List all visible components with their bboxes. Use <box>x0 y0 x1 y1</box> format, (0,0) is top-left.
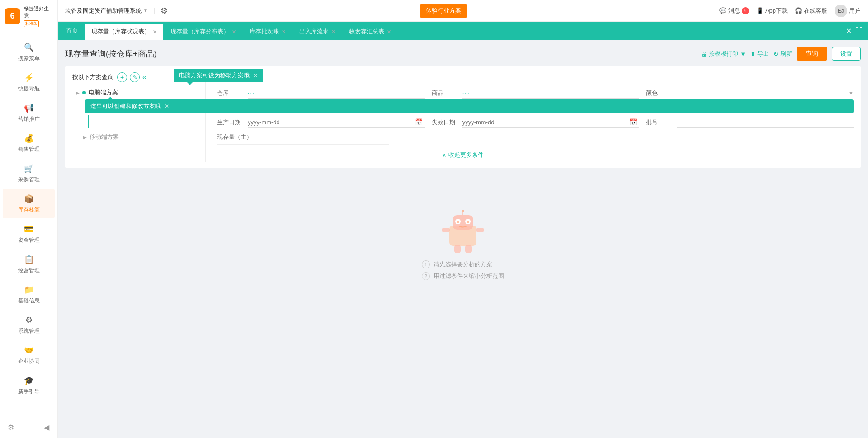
cangku-select[interactable]: ··· <box>248 88 425 99</box>
search-header-label: 按以下方案查询 <box>72 73 113 81</box>
sidebar-item-label: 资金管理 <box>18 236 40 244</box>
selector-arrow: ▼ <box>143 8 148 13</box>
online-support-btn[interactable]: 🎧 在线客服 <box>795 7 827 15</box>
filter-cangku: 仓库 ··· <box>217 88 425 99</box>
export-btn[interactable]: ⬆ 导出 <box>750 50 769 58</box>
filter-row-4: 现存量（主） — <box>217 132 389 145</box>
message-icon: 💬 <box>719 7 726 14</box>
sidebar-item-inventory[interactable]: 📦 库存核算 <box>3 189 55 218</box>
tab-home[interactable]: 首页 <box>60 22 84 40</box>
content-area: 现存量查询(按仓库+商品) 🖨 按模板打印 ▼ ⬆ 导出 ↻ 刷新 查询 设置 <box>58 40 868 438</box>
sidebar-item-label: 系统管理 <box>18 327 40 335</box>
search-header-icons: + ✎ « <box>117 72 146 82</box>
tooltip-close-2[interactable]: ✕ <box>165 103 169 109</box>
connector-line <box>88 115 89 128</box>
svg-rect-7 <box>476 228 484 232</box>
step-num-1: 1 <box>422 260 430 268</box>
shangpin-label: 商品 <box>432 89 459 97</box>
scheme-pc-label: 电脑端方案 <box>89 89 118 97</box>
collab-icon: 🤝 <box>24 345 34 356</box>
step-1-label: 请先选择要分析的方案 <box>434 260 492 268</box>
svg-rect-6 <box>442 228 450 232</box>
refresh-btn[interactable]: ↻ 刷新 <box>774 50 792 58</box>
avatar: Ea <box>835 5 847 17</box>
topbar: 装备及固定资产辅助管理系统 ▼ | ⚙ 体验行业方案 💬 消息 6 📱 App下… <box>58 0 868 22</box>
online-support-label: 在线客服 <box>804 7 827 15</box>
sidebar-item-purchase[interactable]: 🛒 采购管理 <box>3 159 55 188</box>
sidebar-item-search[interactable]: 🔍 搜索菜单 <box>3 38 55 67</box>
tab-inventory-dist-label: 现存量（库存分布表） <box>170 28 229 36</box>
sidebar-item-label: 库存核算 <box>18 206 40 214</box>
topbar-icons: 💬 消息 6 📱 App下载 🎧 在线客服 Ea 用户 <box>719 5 861 17</box>
step-num-2: 2 <box>422 272 430 280</box>
settings-gear-btn[interactable]: ⚙ <box>160 6 168 16</box>
topbar-divider: | <box>153 7 155 15</box>
collapse-bar[interactable]: ∧ 收起更多条件 <box>72 148 854 162</box>
headset-icon: 🎧 <box>795 7 802 14</box>
sidebar-item-system[interactable]: ⚙ 系统管理 <box>3 310 55 339</box>
scheme-mobile-label: 移动端方案 <box>90 133 119 141</box>
edit-scheme-btn[interactable]: ✎ <box>130 72 140 82</box>
connector <box>86 115 854 128</box>
settings-bottom-btn[interactable]: ⚙ <box>5 421 17 433</box>
back-arrow-btn[interactable]: « <box>142 73 146 81</box>
sidebar-item-guide[interactable]: 🎓 新手引导 <box>3 371 55 400</box>
xiancun-min-input[interactable] <box>256 133 292 140</box>
sidebar-item-marketing[interactable]: 📢 营销推广 <box>3 98 55 127</box>
main-area: 装备及固定资产辅助管理系统 ▼ | ⚙ 体验行业方案 💬 消息 6 📱 App下… <box>58 0 868 438</box>
user-menu[interactable]: Ea 用户 <box>835 5 861 17</box>
sidebar-item-finance[interactable]: 💳 资金管理 <box>3 219 55 249</box>
xiancun-label: 现存量（主） <box>217 133 252 141</box>
close-all-tabs-btn[interactable]: ✕ <box>846 27 852 35</box>
yanse-select[interactable]: ▼ <box>677 89 854 98</box>
tab-close-2[interactable]: ✕ <box>232 29 236 35</box>
sidebar-item-label: 新手引导 <box>18 388 40 396</box>
shangpin-dots: ··· <box>462 89 470 96</box>
export-icon: ⬆ <box>750 51 755 57</box>
setup-btn[interactable]: 设置 <box>832 47 861 61</box>
sidebar-item-label: 经营管理 <box>18 267 40 274</box>
sidebar-item-label: 企业协同 <box>18 358 40 365</box>
page-title: 现存量查询(按仓库+商品) <box>65 48 157 59</box>
tab-close-5[interactable]: ✕ <box>387 29 391 35</box>
message-label: 消息 <box>728 7 740 15</box>
shangpin-select[interactable]: ··· <box>462 88 639 99</box>
tab-close-4[interactable]: ✕ <box>331 29 335 35</box>
print-icon: 🖨 <box>701 51 707 57</box>
tab-close-1[interactable]: ✕ <box>153 29 157 35</box>
app-download-btn[interactable]: 📱 App下载 <box>756 7 788 15</box>
flash-icon: ⚡ <box>24 72 34 83</box>
print-arrow: ▼ <box>740 51 746 57</box>
system-selector[interactable]: 装备及固定资产辅助管理系统 ▼ <box>65 7 148 15</box>
svg-rect-8 <box>454 245 461 253</box>
query-btn[interactable]: 查询 <box>797 47 827 61</box>
add-scheme-btn[interactable]: + <box>117 72 127 82</box>
filter-shangpin: 商品 ··· <box>432 88 639 99</box>
tooltip-scheme-edit: 这里可以创建和修改方案哦 ✕ <box>85 99 854 113</box>
tab-batch-account[interactable]: 库存批次账 ✕ <box>243 24 292 40</box>
industry-plan-btn[interactable]: 体验行业方案 <box>420 4 467 18</box>
tab-summary[interactable]: 收发存汇总表 ✕ <box>343 24 397 40</box>
sidebar-item-quicknav[interactable]: ⚡ 快捷导航 <box>3 68 55 97</box>
print-template-btn[interactable]: 🖨 按模板打印 ▼ <box>701 50 746 58</box>
cangku-dots: ··· <box>248 89 255 96</box>
management-icon: 📋 <box>24 254 34 265</box>
sidebar-item-basic[interactable]: 📁 基础信息 <box>3 280 55 309</box>
collapse-sidebar-btn[interactable]: ◀ <box>40 421 53 433</box>
sidebar-item-management[interactable]: 📋 经营管理 <box>3 250 55 279</box>
app-download-label: App下载 <box>765 7 788 15</box>
maximize-btn[interactable]: ⛶ <box>855 27 863 35</box>
tab-inventory-distribution[interactable]: 现存量（库存分布表） ✕ <box>164 24 242 40</box>
basic-icon: 📁 <box>24 284 34 295</box>
tab-close-3[interactable]: ✕ <box>282 29 286 35</box>
page-header: 现存量查询(按仓库+商品) 🖨 按模板打印 ▼ ⬆ 导出 ↻ 刷新 查询 设置 <box>65 47 861 61</box>
empty-steps: 1 请先选择要分析的方案 2 用过滤条件来缩小分析范围 <box>422 260 504 280</box>
message-btn[interactable]: 💬 消息 6 <box>719 7 749 15</box>
tab-in-out-flow[interactable]: 出入库流水 ✕ <box>293 24 342 40</box>
purchase-icon: 🛒 <box>24 163 34 174</box>
sidebar-item-collab[interactable]: 🤝 企业协同 <box>3 340 55 370</box>
tooltip-close-1[interactable]: ✕ <box>253 72 258 79</box>
sidebar: 6 畅捷通好生意 标准版 🔍 搜索菜单 ⚡ 快捷导航 📢 营销推广 💰 销售管理… <box>0 0 58 438</box>
tab-inventory-status[interactable]: 现存量（库存状况表） ✕ <box>85 24 163 40</box>
sidebar-item-sales[interactable]: 💰 销售管理 <box>3 128 55 158</box>
